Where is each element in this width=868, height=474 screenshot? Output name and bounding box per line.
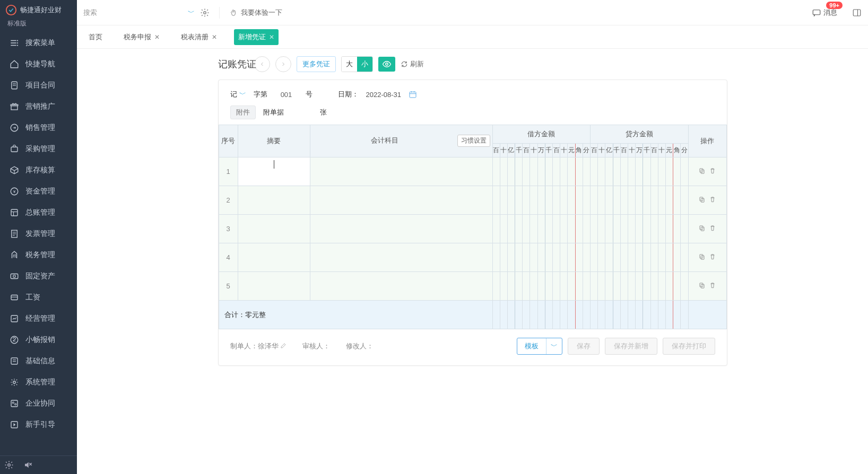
digit-cell[interactable] <box>650 215 658 243</box>
digit-cell[interactable] <box>530 215 537 243</box>
digit-cell[interactable] <box>553 272 560 301</box>
template-button[interactable]: 模板 ﹀ <box>517 338 562 355</box>
digit-cell[interactable] <box>650 186 658 215</box>
digit-cell[interactable] <box>583 301 590 329</box>
digit-cell[interactable] <box>560 301 568 329</box>
next-voucher-button[interactable] <box>275 56 291 72</box>
digit-cell[interactable] <box>530 243 537 272</box>
digit-cell[interactable] <box>665 272 673 301</box>
digit-cell[interactable] <box>507 186 515 215</box>
digit-cell[interactable] <box>681 272 688 301</box>
gear-icon[interactable] <box>200 8 210 17</box>
digit-cell[interactable] <box>643 215 650 243</box>
digit-cell[interactable] <box>523 157 530 186</box>
summary-cell[interactable] <box>238 215 310 243</box>
digit-cell[interactable] <box>553 243 560 272</box>
sidebar-item-11[interactable]: 固定资产 <box>0 266 77 287</box>
close-icon[interactable]: ✕ <box>212 33 217 41</box>
digit-cell[interactable] <box>553 157 560 186</box>
digit-cell[interactable] <box>681 215 688 243</box>
digit-cell[interactable] <box>643 243 650 272</box>
digit-cell[interactable] <box>492 186 500 215</box>
sidebar-item-18[interactable]: 新手引导 <box>0 414 77 435</box>
digit-cell[interactable] <box>636 157 643 186</box>
sidebar-item-14[interactable]: 小畅报销 <box>0 329 77 350</box>
digit-cell[interactable] <box>523 215 530 243</box>
digit-cell[interactable] <box>575 215 583 243</box>
summary-cell[interactable] <box>238 157 310 186</box>
digit-cell[interactable] <box>673 215 681 243</box>
panel-icon[interactable] <box>852 8 862 17</box>
digit-cell[interactable] <box>598 215 605 243</box>
digit-cell[interactable] <box>500 243 507 272</box>
digit-cell[interactable] <box>515 243 523 272</box>
delete-row-icon[interactable] <box>709 167 716 174</box>
summary-cell[interactable] <box>238 243 310 272</box>
digit-cell[interactable] <box>530 157 537 186</box>
digit-cell[interactable] <box>681 157 688 186</box>
save-button[interactable]: 保存 <box>568 338 600 355</box>
calendar-icon[interactable] <box>409 90 417 99</box>
voucher-number-input[interactable]: 001 <box>275 91 298 99</box>
digit-cell[interactable] <box>523 301 530 329</box>
digit-cell[interactable] <box>681 301 688 329</box>
digit-cell[interactable] <box>643 157 650 186</box>
digit-cell[interactable] <box>553 215 560 243</box>
digit-cell[interactable] <box>591 272 598 301</box>
sidebar-item-8[interactable]: 总账管理 <box>0 202 77 223</box>
subject-cell[interactable] <box>310 243 492 272</box>
save-new-button[interactable]: 保存并新增 <box>605 338 657 355</box>
digit-cell[interactable] <box>545 272 552 301</box>
digit-cell[interactable] <box>568 301 575 329</box>
tab-0[interactable]: 首页 <box>84 29 107 45</box>
sidebar-item-1[interactable]: 快捷导航 <box>0 54 77 75</box>
digit-cell[interactable] <box>537 301 545 329</box>
tab-2[interactable]: 税表清册✕ <box>177 29 221 45</box>
sidebar-item-3[interactable]: 营销推广 <box>0 96 77 117</box>
digit-cell[interactable] <box>553 301 560 329</box>
digit-cell[interactable] <box>492 243 500 272</box>
copy-row-icon[interactable] <box>698 224 706 232</box>
digit-cell[interactable] <box>575 272 583 301</box>
digit-cell[interactable] <box>658 272 665 301</box>
digit-cell[interactable] <box>583 243 590 272</box>
digit-cell[interactable] <box>583 272 590 301</box>
digit-cell[interactable] <box>643 301 650 329</box>
digit-cell[interactable] <box>620 186 628 215</box>
digit-cell[interactable] <box>500 157 507 186</box>
close-icon[interactable]: ✕ <box>269 33 274 41</box>
digit-cell[interactable] <box>605 186 613 215</box>
summary-cell[interactable] <box>238 186 310 215</box>
digit-cell[interactable] <box>591 215 598 243</box>
digit-cell[interactable] <box>673 186 681 215</box>
digit-cell[interactable] <box>545 186 552 215</box>
digit-cell[interactable] <box>605 157 613 186</box>
digit-cell[interactable] <box>500 301 507 329</box>
digit-cell[interactable] <box>515 186 523 215</box>
digit-cell[interactable] <box>560 186 568 215</box>
digit-cell[interactable] <box>575 301 583 329</box>
digit-cell[interactable] <box>665 301 673 329</box>
digit-cell[interactable] <box>673 301 681 329</box>
search-select[interactable]: 搜索 ﹀ <box>83 8 195 17</box>
digit-cell[interactable] <box>628 186 635 215</box>
digit-cell[interactable] <box>650 243 658 272</box>
digit-cell[interactable] <box>658 243 665 272</box>
sound-icon[interactable] <box>23 460 33 470</box>
digit-cell[interactable] <box>591 186 598 215</box>
copy-row-icon[interactable] <box>698 282 706 289</box>
digit-cell[interactable] <box>605 215 613 243</box>
digit-cell[interactable] <box>583 157 590 186</box>
digit-cell[interactable] <box>665 243 673 272</box>
subject-cell[interactable] <box>310 157 492 186</box>
sidebar-item-4[interactable]: 销售管理 <box>0 117 77 138</box>
refresh-button[interactable]: 刷新 <box>401 59 424 69</box>
digit-cell[interactable] <box>628 272 635 301</box>
digit-cell[interactable] <box>598 157 605 186</box>
digit-cell[interactable] <box>643 186 650 215</box>
digit-cell[interactable] <box>658 157 665 186</box>
sidebar-item-2[interactable]: 项目合同 <box>0 75 77 96</box>
sidebar-item-15[interactable]: 基础信息 <box>0 350 77 372</box>
prev-voucher-button[interactable] <box>254 56 270 72</box>
digit-cell[interactable] <box>530 186 537 215</box>
